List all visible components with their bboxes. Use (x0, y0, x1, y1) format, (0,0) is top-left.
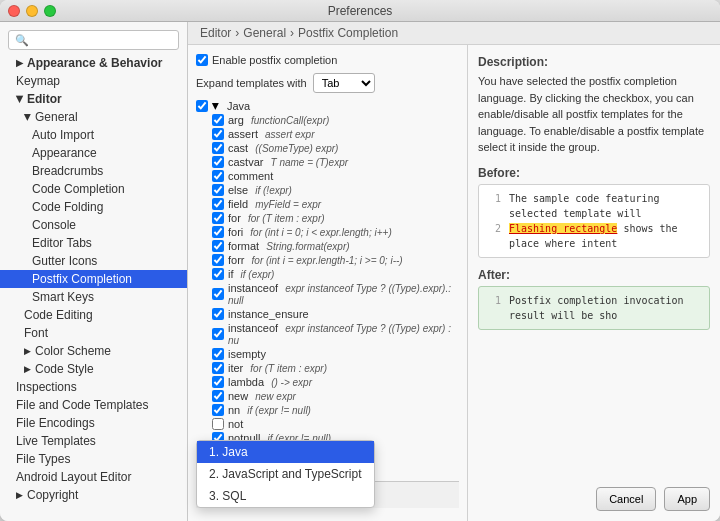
before-title: Before: (478, 166, 710, 180)
dropdown-item-label: 1. Java (209, 445, 248, 459)
expand-label: Expand templates with (196, 77, 307, 89)
sidebar: ▶ Appearance & Behavior Keymap ▶ Editor … (0, 22, 188, 521)
triangle-icon: ▶ (15, 96, 25, 103)
sidebar-item-code-completion[interactable]: Code Completion (0, 180, 187, 198)
item-field: field myField = expr (212, 197, 459, 211)
comment-checkbox[interactable] (212, 170, 224, 182)
cancel-button[interactable]: Cancel (596, 487, 656, 511)
java-section: ▶ Java arg functionCall(expr) assert ass… (196, 99, 459, 473)
forr-checkbox[interactable] (212, 254, 224, 266)
java-label: Java (227, 100, 250, 112)
lambda-checkbox[interactable] (212, 376, 224, 388)
fori-checkbox[interactable] (212, 226, 224, 238)
after-code: 1 Postfix completion invocation result w… (478, 286, 710, 330)
enable-label: Enable postfix completion (212, 54, 337, 66)
sidebar-item-keymap[interactable]: Keymap (0, 72, 187, 90)
sidebar-item-console[interactable]: Console (0, 216, 187, 234)
sidebar-item-code-editing[interactable]: Code Editing (0, 306, 187, 324)
assert-checkbox[interactable] (212, 128, 224, 140)
close-button[interactable] (8, 5, 20, 17)
sidebar-item-appearance[interactable]: Appearance (0, 144, 187, 162)
for-checkbox[interactable] (212, 212, 224, 224)
item-instance-ensure: instance_ensure (212, 307, 459, 321)
before-line-2: 2 Flashing rectangle shows the place whe… (485, 221, 703, 251)
dropdown-item-sql[interactable]: 3. SQL (197, 485, 374, 507)
description-panel: Description: You have selected the postf… (468, 45, 720, 521)
window-controls (8, 5, 56, 17)
dropdown-item-java[interactable]: 1. Java (197, 441, 374, 463)
instance-ensure-checkbox[interactable] (212, 308, 224, 320)
triangle-icon: ▶ (16, 58, 23, 68)
search-input[interactable] (8, 30, 179, 50)
item-instanceof: instanceof expr instanceof Type ? ((Type… (212, 281, 459, 307)
sidebar-item-postfix-completion[interactable]: Postfix Completion (0, 270, 187, 288)
sidebar-item-live-templates[interactable]: Live Templates (0, 432, 187, 450)
iter-checkbox[interactable] (212, 362, 224, 374)
field-checkbox[interactable] (212, 198, 224, 210)
sidebar-item-gutter-icons[interactable]: Gutter Icons (0, 252, 187, 270)
before-line-1: 1 The sample code featuring selected tem… (485, 191, 703, 221)
sidebar-item-android-layout-editor[interactable]: Android Layout Editor (0, 468, 187, 486)
sidebar-item-font[interactable]: Font (0, 324, 187, 342)
sidebar-item-general[interactable]: ▶ General (0, 108, 187, 126)
java-checkbox[interactable] (196, 100, 208, 112)
item-lambda: lambda () -> expr (212, 375, 459, 389)
sidebar-item-breadcrumbs[interactable]: Breadcrumbs (0, 162, 187, 180)
enable-row: Enable postfix completion (196, 53, 459, 67)
new-checkbox[interactable] (212, 390, 224, 402)
else-checkbox[interactable] (212, 184, 224, 196)
item-not: not (212, 417, 459, 431)
sidebar-item-code-folding[interactable]: Code Folding (0, 198, 187, 216)
sidebar-item-editor-tabs[interactable]: Editor Tabs (0, 234, 187, 252)
triangle-icon: ▶ (23, 114, 33, 121)
sidebar-item-inspections[interactable]: Inspections (0, 378, 187, 396)
sidebar-item-file-encodings[interactable]: File Encodings (0, 414, 187, 432)
sidebar-item-editor[interactable]: ▶ Editor (0, 90, 187, 108)
desc-text: You have selected the postfix completion… (478, 73, 710, 156)
dropdown-item-javascript[interactable]: 2. JavaScript and TypeScript (197, 463, 374, 485)
sidebar-item-color-scheme[interactable]: ▶ Color Scheme (0, 342, 187, 360)
expand-select[interactable]: Tab Enter Space (313, 73, 375, 93)
minimize-button[interactable] (26, 5, 38, 17)
desc-title: Description: (478, 55, 710, 69)
item-cast: cast ((SomeType) expr) (212, 141, 459, 155)
if-checkbox[interactable] (212, 268, 224, 280)
nn-checkbox[interactable] (212, 404, 224, 416)
after-line-1: 1 Postfix completion invocation result w… (485, 293, 703, 323)
apply-button[interactable]: App (664, 487, 710, 511)
cast-checkbox[interactable] (212, 142, 224, 154)
sidebar-item-copyright[interactable]: ▶ Copyright (0, 486, 187, 504)
isempty-checkbox[interactable] (212, 348, 224, 360)
enable-checkbox[interactable] (196, 54, 208, 66)
breadcrumb: Editor › General › Postfix Completion (188, 22, 720, 45)
sidebar-item-auto-import[interactable]: Auto Import (0, 126, 187, 144)
instanceof2-checkbox[interactable] (212, 328, 224, 340)
castvar-checkbox[interactable] (212, 156, 224, 168)
item-format: format String.format(expr) (212, 239, 459, 253)
search-box (0, 26, 187, 54)
triangle-icon: ▶ (24, 364, 31, 374)
item-arg: arg functionCall(expr) (212, 113, 459, 127)
format-checkbox[interactable] (212, 240, 224, 252)
item-iter: iter for (T item : expr) (212, 361, 459, 375)
maximize-button[interactable] (44, 5, 56, 17)
sidebar-item-appearance-behavior[interactable]: ▶ Appearance & Behavior (0, 54, 187, 72)
not-checkbox[interactable] (212, 418, 224, 430)
triangle-icon: ▶ (16, 490, 23, 500)
item-forr: forr for (int i = expr.length-1; i >= 0;… (212, 253, 459, 267)
titlebar: Preferences (0, 0, 720, 22)
sidebar-item-code-style[interactable]: ▶ Code Style (0, 360, 187, 378)
sidebar-item-file-code-templates[interactable]: File and Code Templates (0, 396, 187, 414)
item-isempty: isempty (212, 347, 459, 361)
sidebar-item-file-types[interactable]: File Types (0, 450, 187, 468)
java-items: arg functionCall(expr) assert assert exp… (212, 113, 459, 473)
item-else: else if (!expr) (212, 183, 459, 197)
sidebar-item-smart-keys[interactable]: Smart Keys (0, 288, 187, 306)
arg-checkbox[interactable] (212, 114, 224, 126)
item-for: for for (T item : expr) (212, 211, 459, 225)
item-instanceof2: instanceof expr instanceof Type ? ((Type… (212, 321, 459, 347)
expand-row: Expand templates with Tab Enter Space (196, 73, 459, 93)
language-dropdown: 1. Java 2. JavaScript and TypeScript 3. … (196, 440, 375, 508)
triangle-icon: ▶ (24, 346, 31, 356)
instanceof-checkbox[interactable] (212, 288, 224, 300)
